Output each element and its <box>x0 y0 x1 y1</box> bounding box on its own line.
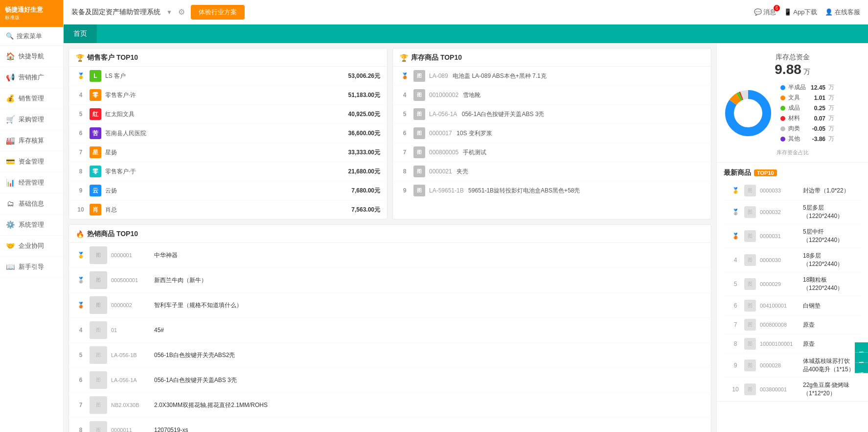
customer-name: 红太阳文具 <box>105 110 344 119</box>
product-code: 000500001 <box>111 277 150 283</box>
sidebar-item-6[interactable]: 📊经营管理 <box>0 172 63 193</box>
customer-value: 7,563.00元 <box>351 206 380 214</box>
float-btn-1[interactable]: 服务社区 <box>855 353 868 363</box>
product-img-placeholder: 图 <box>90 396 107 414</box>
product-img-placeholder: 图 <box>744 300 756 312</box>
product-name: 5层中纤（1220*2440） <box>803 228 854 244</box>
product-img-placeholder: 图 <box>413 127 425 139</box>
sidebar-item-3[interactable]: 🛒采购管理 <box>0 109 63 130</box>
sidebar-label-3: 采购管理 <box>19 115 44 124</box>
sidebar-item-7[interactable]: 🗂基础信息 <box>0 193 63 215</box>
product-img-placeholder: 图 <box>90 371 107 389</box>
legend-value: -0.05 <box>812 125 825 132</box>
rank-number: 7 <box>76 149 86 156</box>
sidebar-label-7: 基础信息 <box>19 199 44 208</box>
sidebar-item-1[interactable]: 📢营销推广 <box>0 67 63 88</box>
sidebar-item-8[interactable]: ⚙️系统管理 <box>0 215 63 236</box>
rank-number: 🥇 <box>76 72 86 79</box>
product-name: 59651-1B旋转投影灯电池盒ABS黑色+58壳 <box>468 187 580 194</box>
list-item: 7 图 000800008 原壶 <box>724 315 861 335</box>
sidebar-label-6: 经营管理 <box>19 178 44 187</box>
list-item: 7 图 NB2.0X30B 2.0X30MM双摇花轴,摇花直径2.1MM/ROH… <box>69 393 711 418</box>
sidebar-icon-9: 🤝 <box>6 241 15 250</box>
product-name: 体城荔枝味苏打饮品400毫升（1*15） <box>803 357 854 374</box>
sidebar-item-2[interactable]: 💰销售管理 <box>0 88 63 109</box>
rank-number: 🥉 <box>400 72 410 79</box>
sidebar-item-0[interactable]: 🏠快捷导航 <box>0 46 63 67</box>
product-code: NB2.0X30B <box>111 402 150 408</box>
legend-unit: 万 <box>828 94 834 102</box>
list-item: 5 图 LA-056-1B 056-1B白色按键开关壳ABS2壳 <box>69 343 711 368</box>
legend-label: 材料 <box>788 114 809 122</box>
product-code: 0000028 <box>760 362 799 368</box>
product-img-placeholder: 图 <box>413 185 425 196</box>
product-code: 0000021 <box>429 168 452 175</box>
app-download-button[interactable]: 📱 App下载 <box>784 8 817 17</box>
list-item: 4 图 01 45# <box>69 318 711 343</box>
sidebar-icon-5: 💳 <box>6 157 15 166</box>
product-img-placeholder: 图 <box>744 206 756 218</box>
rank-number: 10 <box>76 206 86 213</box>
legend-item: 成品 0.25 万 <box>780 104 834 112</box>
list-item: 8 图 10000100001 原壶 <box>724 335 861 354</box>
product-code: 01 <box>111 327 150 333</box>
list-item: 6 图 004100001 白钢垫 <box>724 296 861 315</box>
sidebar-item-4[interactable]: 🏭库存核算 <box>0 130 63 151</box>
rank-number: 8 <box>400 168 410 175</box>
float-btn-0[interactable]: 客服热线 <box>855 342 868 353</box>
table-row: 7 星 星扬 33,333.00元 <box>69 143 387 162</box>
product-name: 封边带（1.0*22） <box>803 187 854 195</box>
rank-number: 🥈 <box>76 277 86 284</box>
gear-icon[interactable]: ⚙ <box>178 7 185 17</box>
tab-home[interactable]: 首页 <box>64 24 97 43</box>
avatar: 肖 <box>90 204 101 216</box>
list-item: 🥇 图 0000033 封边带（1.0*22） <box>724 181 861 200</box>
rank-number: 4 <box>76 92 86 98</box>
sidebar-item-10[interactable]: 📖新手引导 <box>0 257 63 278</box>
rank-number: 6 <box>76 377 86 384</box>
customer-name: 肖总 <box>105 206 347 214</box>
list-item: 🥈 图 000500001 新西兰牛肉（新牛） <box>69 268 711 293</box>
list-item: 5 图 0000029 18颗粒板（1220*2440） <box>724 272 861 296</box>
legend-item: 材料 0.07 万 <box>780 114 834 122</box>
sidebar-logo: 畅捷通好生意 <box>5 6 43 14</box>
inventory-top10-title: 🏆 库存商品 TOP10 <box>393 48 711 67</box>
rank-number: 8 <box>731 340 740 347</box>
table-row: 6 苦 苍南县人民医院 36,600.00元 <box>69 124 387 143</box>
list-item: 4 图 0000030 18多层（1220*2440） <box>724 248 861 272</box>
sidebar-item-9[interactable]: 🤝企业协同 <box>0 236 63 257</box>
header-dropdown-icon[interactable]: ▼ <box>166 9 172 16</box>
trial-button[interactable]: 体验行业方案 <box>191 5 245 20</box>
content-area: 🏆 销售客户 TOP10 🥇 L LS 客户 53,006.26元 4 零 零售… <box>64 43 868 432</box>
rank-number: 7 <box>76 402 86 408</box>
product-img-placeholder: 图 <box>90 421 107 432</box>
table-row: 9 图 LA-59651-1B 59651-1B旋转投影灯电池盒ABS黑色+58… <box>393 181 711 200</box>
table-row: 5 红 红太阳文具 40,925.00元 <box>69 105 387 124</box>
sidebar-label-4: 库存核算 <box>19 136 44 145</box>
table-row: 7 图 000800005 手机测试 <box>393 143 711 162</box>
sidebar-icon-4: 🏭 <box>6 136 15 145</box>
customer-top10-card: 🏆 销售客户 TOP10 🥇 L LS 客户 53,006.26元 4 零 零售… <box>69 48 388 219</box>
product-name: 新西兰牛肉（新牛） <box>154 276 207 285</box>
rank-number: 5 <box>400 111 410 118</box>
product-code: LA-089 <box>429 72 448 79</box>
stock-amount: 9.88 <box>775 62 801 77</box>
float-btn-2[interactable]: 直播 <box>855 363 868 373</box>
message-button[interactable]: 💬 消息 6 <box>754 8 777 17</box>
right-panel: 库存总资金 9.88 万 <box>716 43 868 432</box>
product-code: 0000031 <box>760 233 799 239</box>
online-service-button[interactable]: 👤 在线客服 <box>825 8 860 17</box>
rank-number: 4 <box>400 92 410 98</box>
sidebar-search[interactable]: 🔍 搜索菜单 <box>0 27 63 46</box>
product-name: 智利车子里（规格不知道填什么） <box>154 301 242 310</box>
product-img-placeholder: 图 <box>744 254 756 266</box>
new-product-list: 🥇 图 0000033 封边带（1.0*22） 🥈 图 0000032 5层多层… <box>724 181 861 401</box>
customer-value: 21,680.00元 <box>348 168 380 176</box>
avatar: 苦 <box>90 127 101 139</box>
product-code: 0000029 <box>760 281 799 287</box>
nav-tabs: 首页 <box>64 24 868 43</box>
product-img-placeholder: 图 <box>744 278 756 290</box>
stock-section: 库存总资金 9.88 万 <box>717 43 868 163</box>
sidebar-icon-6: 📊 <box>6 178 15 187</box>
sidebar-item-5[interactable]: 💳资金管理 <box>0 151 63 172</box>
